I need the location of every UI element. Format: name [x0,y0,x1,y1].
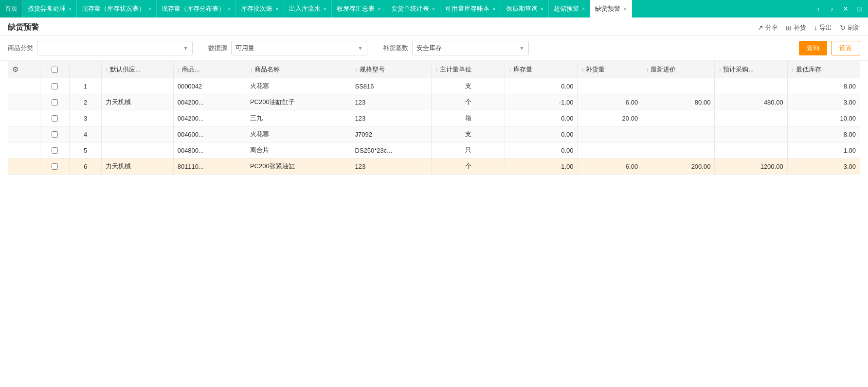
nav-tab-picking-close[interactable]: × [69,6,72,12]
col-replenish-label: 补货量 [586,65,605,74]
row-name-5: PC200张紧油缸 [246,158,351,175]
datasource-select[interactable]: 可用量 ▼ [231,41,367,55]
row-replenish-1: 6.00 [578,94,642,110]
row-checkbox-0[interactable] [52,83,58,89]
replenish-base-filter-group: 补货基数 安全库存 ▼ [383,41,529,55]
nav-tab-flow-close[interactable]: × [324,6,326,12]
row-index-1: 2 [70,94,102,110]
row-est-purchase-0 [715,78,787,94]
nav-tab-available[interactable]: 可用量库存账本 × [440,0,501,18]
row-checkbox-5[interactable] [52,163,58,170]
nav-tab-available-close[interactable]: × [492,6,495,12]
row-supplier-1: 力天机械 [102,94,173,110]
share-button[interactable]: ↗ 分享 [758,23,778,32]
nav-prev-button[interactable]: ‹ [812,2,825,16]
nav-tab-picking[interactable]: 拣货异常处理 × [23,0,77,18]
sort-min-stock-icon: ↕ [792,67,794,72]
row-checkbox-4[interactable] [52,147,58,154]
nav-fullscreen-button[interactable]: ⊡ [852,2,866,16]
export-button[interactable]: ↓ 导出 [814,23,832,32]
nav-tab-available-label: 可用量库存账本 [445,4,489,13]
row-stock-1: -1.00 [505,94,578,110]
table-container: ⚙ ↕ 默认供应... [0,61,868,182]
datasource-select-value: 可用量 [235,44,254,53]
row-stock-4: 0.00 [505,142,578,158]
nav-next-button[interactable]: › [825,2,839,16]
nav-tab-flow[interactable]: 出入库流水 × [284,0,332,18]
col-header-latest-price[interactable]: ↕ 最新进价 [642,61,715,78]
nav-tab-summary[interactable]: 收发存汇总表 × [332,0,386,18]
datasource-filter-label: 数据源 [208,44,227,53]
nav-tab-shortage[interactable]: 缺货预警 × [590,0,632,18]
col-header-est-purchase[interactable]: ↕ 预计采购... [715,61,787,78]
nav-tab-expiry-close[interactable]: × [541,6,543,12]
sort-est-purchase-icon: ↕ [719,67,721,72]
nav-close-button[interactable]: ✕ [839,2,852,16]
col-unit-label: 主计量单位 [440,65,471,74]
col-header-min-stock[interactable]: ↕ 最低库存 [787,61,860,78]
filter-row: 商品分类 ▼ 数据源 可用量 ▼ 补货基数 安全库存 ▼ 查询 设置 [0,36,868,61]
replenish-base-value: 安全库存 [416,44,442,53]
col-est-purchase-label: 预计采购... [723,65,754,74]
nav-tab-stock2-close[interactable]: × [228,6,231,12]
nav-tab-stock1-close[interactable]: × [148,6,151,12]
replenish-icon: ⊞ [786,24,792,32]
table-body: 1 0000042 火花塞 SS816 支 0.00 8.00 2 力天机械 0… [8,78,860,175]
category-dropdown-icon: ▼ [183,45,188,51]
col-header-settings: ⚙ [8,61,40,78]
nav-tab-shortage-close[interactable]: × [623,6,626,12]
refresh-button[interactable]: ↻ 刷新 [840,23,860,32]
col-header-code[interactable]: ↕ 商品... [173,61,246,78]
row-spec-2: 123 [351,110,432,126]
row-settings-cell [8,126,40,142]
nav-tab-batch[interactable]: 库存批次账 × [236,0,284,18]
row-check-cell [40,110,70,126]
col-latest-price-label: 最新进价 [651,65,676,74]
sort-replenish-icon: ↕ [581,67,584,72]
nav-tab-stock2[interactable]: 现存量（库存分布表） × [157,0,236,18]
table-settings-icon[interactable]: ⚙ [12,65,18,73]
row-name-1: PC200油缸缸子 [246,94,351,110]
col-header-name[interactable]: ↕ 商品名称 [246,61,351,78]
row-replenish-5: 6.00 [578,158,642,175]
nav-tab-overstock[interactable]: 超储预警 × [549,0,590,18]
category-select[interactable]: ▼ [37,41,193,55]
select-all-checkbox[interactable] [52,67,58,73]
row-latest-price-4 [642,142,715,158]
nav-tab-expiry[interactable]: 保质期查询 × [501,0,549,18]
row-spec-5: 123 [351,158,432,175]
col-header-stock[interactable]: ↕ 库存量 [505,61,578,78]
nav-tab-order-stat-close[interactable]: × [432,6,435,12]
nav-tab-overstock-close[interactable]: × [582,6,585,12]
col-spec-label: 规格型号 [360,65,385,74]
row-checkbox-3[interactable] [52,131,58,138]
export-label: 导出 [819,23,832,32]
query-button[interactable]: 查询 [799,41,827,55]
row-check-cell [40,158,70,175]
nav-tab-stock1[interactable]: 现存量（库存状况表） × [77,0,156,18]
row-supplier-0 [102,78,173,94]
sort-spec-icon: ↕ [355,67,358,72]
replenish-base-select[interactable]: 安全库存 ▼ [412,41,529,55]
export-icon: ↓ [814,24,817,32]
nav-tab-summary-close[interactable]: × [378,6,380,12]
col-header-spec[interactable]: ↕ 规格型号 [351,61,432,78]
nav-tab-order-stat[interactable]: 要货单统计表 × [386,0,440,18]
row-settings-cell [8,78,40,94]
nav-tab-flow-label: 出入库流水 [289,4,321,13]
nav-tab-batch-close[interactable]: × [275,6,278,12]
table-row: 4 004600... 火花塞 J7092 支 0.00 8.00 [8,126,860,142]
row-checkbox-1[interactable] [52,99,58,106]
col-code-label: 商品... [182,65,200,74]
col-header-supplier[interactable]: ↕ 默认供应... [102,61,173,78]
row-code-1: 004200... [173,94,246,110]
nav-tab-home[interactable]: 首页 [0,0,23,18]
row-latest-price-3 [642,126,715,142]
replenish-button[interactable]: ⊞ 补货 [786,23,806,32]
row-replenish-3 [578,126,642,142]
settings-button[interactable]: 设置 [831,41,860,55]
row-supplier-4 [102,142,173,158]
col-header-unit[interactable]: ↕ 主计量单位 [432,61,505,78]
col-header-replenish[interactable]: ↕ 补货量 [578,61,642,78]
row-checkbox-2[interactable] [52,115,58,122]
